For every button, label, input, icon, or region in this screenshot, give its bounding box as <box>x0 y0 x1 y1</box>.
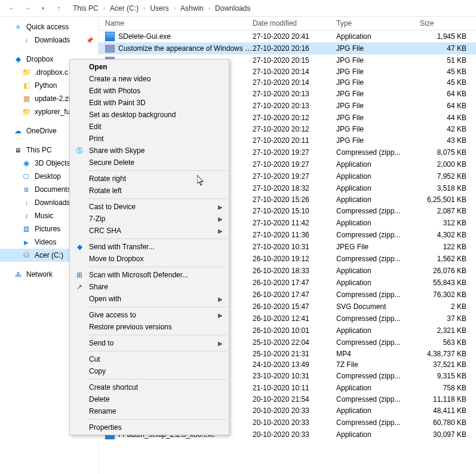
file-size: 47 KB <box>420 44 474 53</box>
column-header-size[interactable]: Size <box>420 19 474 27</box>
file-size: 76,302 KB <box>420 290 474 299</box>
menu-item[interactable]: ⓈShare with Skype <box>71 145 228 157</box>
file-size: 45 KB <box>420 68 474 76</box>
breadcrumb-item[interactable]: Downloads <box>213 3 253 14</box>
menu-item[interactable]: Edit with Paint 3D <box>71 97 228 109</box>
file-size: 43 KB <box>420 136 474 145</box>
menu-item[interactable]: Set as desktop background <box>71 109 228 121</box>
file-icon <box>105 32 115 41</box>
breadcrumb: This PC›Acer (C:)›Users›Ashwin›Downloads <box>70 3 253 14</box>
onedrive-icon <box>13 126 23 136</box>
nav-up-button[interactable]: ↑ <box>51 1 66 16</box>
column-header-type[interactable]: Type <box>336 19 420 27</box>
file-type: 7Z File <box>336 360 420 369</box>
pc-icon <box>13 145 23 155</box>
menu-item[interactable]: Give access to▶ <box>71 309 228 321</box>
menu-item[interactable]: Delete <box>71 393 228 405</box>
file-type: JPG File <box>336 90 420 98</box>
menu-item-label: Rotate left <box>89 186 122 195</box>
menu-item[interactable]: Cast to Device▶ <box>71 201 228 213</box>
file-size: 30,097 KB <box>420 430 474 439</box>
file-size: 64 KB <box>420 90 474 98</box>
menu-item[interactable]: 7-Zip▶ <box>71 213 228 225</box>
menu-item[interactable]: Secure Delete <box>71 157 228 169</box>
file-date: 27-10-2020 19:27 <box>253 172 336 181</box>
menu-item[interactable]: CRC SHA▶ <box>71 225 228 237</box>
file-icon <box>105 44 115 53</box>
column-header-date[interactable]: Date modified <box>253 19 336 27</box>
drive-icon <box>22 250 31 260</box>
file-type: Application <box>336 406 420 415</box>
file-size: 1,562 KB <box>420 255 474 263</box>
menu-item[interactable]: Restore previous versions <box>71 321 228 333</box>
file-type: Compressed (zipp... <box>336 338 420 347</box>
file-size: 2,000 KB <box>420 160 474 169</box>
file-size: 2,087 KB <box>420 207 474 215</box>
menu-item-label: Create shortcut <box>89 383 138 392</box>
file-row[interactable]: Customize the appearance of Windows 1...… <box>99 42 476 54</box>
menu-item-label: Create a new video <box>89 75 151 83</box>
menu-item[interactable]: Open <box>71 61 228 73</box>
menu-item[interactable]: Copy <box>71 365 228 377</box>
sidebar-item[interactable]: Downloads📌 <box>0 33 98 47</box>
file-type: MP4 <box>336 350 420 358</box>
toolbar: ← → ▾ ↑ This PC›Acer (C:)›Users›Ashwin›D… <box>0 0 476 17</box>
nav-back-button[interactable]: ← <box>5 1 19 16</box>
breadcrumb-item[interactable]: Ashwin <box>178 3 206 14</box>
menu-item-label: Cast to Device <box>89 203 136 211</box>
skype-icon: Ⓢ <box>75 146 84 155</box>
breadcrumb-item[interactable]: This PC <box>70 3 101 14</box>
menu-item-label: Copy <box>89 367 106 375</box>
menu-item[interactable]: Cut <box>71 353 228 365</box>
menu-item[interactable]: Send to▶ <box>71 337 228 349</box>
menu-item[interactable]: Edit with Photos <box>71 85 228 97</box>
file-date: 26-10-2020 19:12 <box>253 255 336 263</box>
file-type: Compressed (zipp... <box>336 418 420 427</box>
file-type: Application <box>336 219 420 227</box>
sidebar-item[interactable]: Quick access <box>0 20 98 33</box>
menu-item[interactable]: Open with▶ <box>71 293 228 305</box>
menu-item-label: Scan with Microsoft Defender... <box>89 271 188 279</box>
menu-item[interactable]: Create a new video <box>71 73 228 85</box>
menu-item-label: Secure Delete <box>89 158 134 167</box>
file-size: 37,521 KB <box>420 360 474 369</box>
file-size: 563 KB <box>420 338 474 347</box>
nav-forward-button[interactable]: → <box>20 1 35 16</box>
menu-item[interactable]: Edit <box>71 121 228 133</box>
dl-icon <box>22 198 31 207</box>
file-date: 27-10-2020 20:14 <box>253 68 336 76</box>
menu-item-label: Restore previous versions <box>89 323 172 331</box>
pin-icon: 📌 <box>86 37 93 44</box>
menu-item-label: Cut <box>89 355 100 363</box>
menu-item[interactable]: ⊞Scan with Microsoft Defender... <box>71 269 228 281</box>
file-size: 42 KB <box>420 125 474 133</box>
menu-item-label: Send with Transfer... <box>89 243 154 251</box>
menu-item[interactable]: Print <box>71 133 228 145</box>
menu-item[interactable]: Create shortcut <box>71 381 228 393</box>
menu-item[interactable]: Rename <box>71 405 228 417</box>
file-type: Compressed (zipp... <box>336 255 420 263</box>
file-size: 6,25,501 KB <box>420 195 474 204</box>
file-size: 48,411 KB <box>420 406 474 415</box>
column-header-name[interactable]: Name <box>103 19 253 27</box>
file-date: 27-10-2020 15:26 <box>253 195 336 204</box>
menu-item[interactable]: Move to Dropbox <box>71 253 228 265</box>
breadcrumb-item[interactable]: Users <box>148 3 171 14</box>
file-size: 26,076 KB <box>420 267 474 275</box>
menu-item[interactable]: ◆Send with Transfer... <box>71 241 228 253</box>
breadcrumb-item[interactable]: Acer (C:) <box>108 3 141 14</box>
menu-item-label: Open with <box>89 295 121 303</box>
menu-item[interactable]: ↗Share <box>71 281 228 293</box>
file-row[interactable]: SDelete-Gui.exe27-10-2020 20:41Applicati… <box>99 30 476 42</box>
nav-recent-button[interactable]: ▾ <box>36 1 50 16</box>
menu-item[interactable]: Properties <box>71 421 228 433</box>
defender-icon: ⊞ <box>75 270 84 280</box>
desktop-icon <box>22 172 31 181</box>
menu-item-label: Edit with Photos <box>89 87 140 95</box>
file-date: 27-10-2020 15:10 <box>253 207 336 215</box>
menu-item-label: Open <box>89 63 108 71</box>
file-date: 27-10-2020 20:11 <box>253 136 336 145</box>
file-size: 7,952 KB <box>420 172 474 181</box>
chevron-right-icon: › <box>101 5 108 11</box>
file-date: 27-10-2020 10:31 <box>253 243 336 251</box>
